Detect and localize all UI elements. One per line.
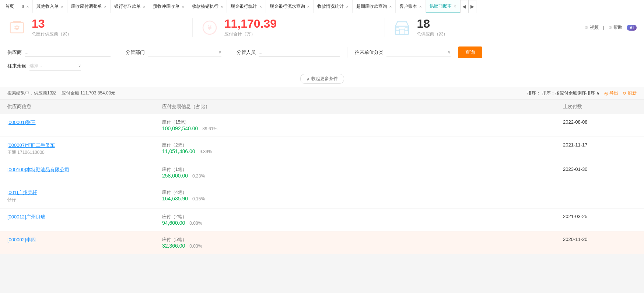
dept-filter-label: 分管部门 — [126, 49, 145, 56]
tab-close-icon[interactable]: × — [259, 4, 262, 9]
nav-tab-customer-account[interactable]: 客户账本 × — [396, 0, 426, 13]
stat-info-amount: 11,170.39 应付合计（万） — [224, 18, 277, 37]
stat-block-total-suppliers: 18 总供应商（家） — [392, 18, 577, 37]
collapse-button[interactable]: ∧ 收起更多条件 — [300, 74, 344, 84]
help-link[interactable]: ⊙ 帮助 — [609, 24, 622, 31]
tab-close-icon[interactable]: × — [389, 4, 392, 9]
trans-amount[interactable]: 164,635.90 — [162, 196, 188, 201]
supplier-info-col: [000001]张三 — [7, 119, 162, 126]
nav-tab-bank-deposit[interactable]: 银行存取款单 × — [111, 0, 149, 13]
tab-close-icon[interactable]: × — [182, 4, 184, 9]
supplier-sub: 王通 17106110000 — [7, 149, 162, 156]
nav-next-arrow[interactable]: ▶ — [468, 0, 476, 13]
supplier-link[interactable]: [000100]本特勤油品有限公司 — [7, 167, 69, 172]
supplier-filter-label: 供应商 — [7, 49, 22, 56]
nav-tab-home[interactable]: 首页 — [1, 0, 18, 13]
sort-selector[interactable]: 排序： 排序：按应付余额倒序排序 ∨ — [527, 90, 600, 96]
nav-tab-advance-collection[interactable]: 预收冲应收单 × — [149, 0, 188, 13]
last-pay-date: 2022-08-08 — [563, 119, 588, 125]
supplier-link[interactable]: [000002]李四 — [7, 237, 36, 242]
sort-dropdown-arrow: ∨ — [596, 91, 600, 96]
tab-close-icon[interactable]: × — [27, 4, 29, 9]
trans-amount[interactable]: 258,000.00 — [162, 173, 188, 179]
tab-close-icon[interactable]: × — [307, 4, 309, 9]
last-pay-date: 2021-11-17 — [563, 142, 588, 148]
video-link[interactable]: ⊙ 视频 — [585, 24, 598, 31]
supplier-link[interactable]: [000001]张三 — [7, 120, 36, 125]
svg-rect-5 — [400, 29, 404, 34]
last-pay-col: 2023-01-30 — [563, 166, 637, 172]
supplier-link[interactable]: [001]广州荣轩 — [7, 190, 37, 195]
trans-amount[interactable]: 94,600.00 — [162, 220, 185, 226]
tab-close-icon[interactable]: × — [419, 4, 421, 9]
dept-filter-select[interactable]: ∨ — [148, 48, 221, 56]
supplier-info-col: [000012]广州贝瑞 — [7, 214, 162, 220]
supplier-filter-input[interactable] — [25, 48, 111, 57]
nav-prev-arrow[interactable]: ◀ — [460, 0, 468, 13]
trans-percent: 0.23% — [192, 173, 205, 179]
balance-filter-select[interactable]: 选择... ∨ — [29, 61, 81, 71]
nav-tab-receipt-verification[interactable]: 收款核销执行 × — [188, 0, 227, 13]
trans-amount[interactable]: 32,366.00 — [162, 243, 185, 249]
nav-tab-cash-bank-flow[interactable]: 现金银行流水查询 × — [266, 0, 314, 13]
stat-block-suppliers: 13 总应付供应商（家） — [7, 18, 193, 37]
trans-amount[interactable]: 100,092,540.00 — [162, 125, 198, 131]
last-pay-col: 2021-11-17 — [563, 142, 637, 148]
svg-rect-6 — [396, 28, 399, 31]
filter-area: 供应商 分管部门 ∨ 分管人员 往来单位分类 ∨ 查询 — [0, 42, 644, 87]
toolbar-actions: 排序： 排序：按应付余额倒序排序 ∨ ◎ 导出 ↺ 刷新 — [527, 90, 637, 96]
person-filter-input[interactable] — [259, 48, 340, 57]
filter-row-2: 往来余额 选择... ∨ — [7, 61, 637, 71]
nav-tab-collection-stats[interactable]: 收款情况统计 × — [314, 0, 352, 13]
ai-badge[interactable]: Ai — [627, 25, 637, 31]
refresh-button[interactable]: ↺ 刷新 — [623, 90, 637, 96]
trans-label: 应付（4笔） — [162, 189, 563, 196]
supplier-link[interactable]: [000012]广州贝瑞 — [7, 214, 45, 220]
nav-tab-other-income[interactable]: 其他收入单 × — [33, 0, 67, 13]
nav-tab-ar-ap-adjust[interactable]: 应收应付调整单 × — [67, 0, 111, 13]
trans-label: 应付（15笔） — [162, 119, 563, 125]
stat-block-amount: ¥ 11,170.39 应付合计（万） — [200, 18, 385, 37]
filter-item-category: 往来单位分类 ∨ — [355, 48, 451, 56]
nav-tab-overdue-ar[interactable]: 超期应收款查询 × — [353, 0, 396, 13]
toolbar-result-info: 搜索结果中，供应商13家 应付金额 111,703,854.00元 — [7, 90, 115, 96]
transaction-info-col: 应付（4笔） 164,635.90 0.15% — [162, 189, 563, 201]
svg-text:¥: ¥ — [207, 23, 212, 31]
transaction-info-col: 应付（2笔） 94,600.00 0.08% — [162, 214, 563, 226]
balance-dropdown-arrow: ∨ — [78, 63, 81, 68]
trans-label: 应付（1笔） — [162, 166, 563, 173]
export-icon: ◎ — [604, 91, 608, 96]
search-button[interactable]: 查询 — [458, 46, 482, 58]
nav-tab-3[interactable]: 3 × — [18, 0, 33, 13]
tab-close-icon[interactable]: × — [221, 4, 223, 9]
tab-close-icon[interactable]: × — [143, 4, 145, 9]
table-row: [000001]张三 应付（15笔） 100,092,540.00 89.61%… — [0, 114, 644, 137]
trans-percent: 0.08% — [189, 221, 202, 226]
last-pay-col: 2022-08-08 — [563, 119, 637, 125]
nav-tab-supplier-account[interactable]: 供应商账本 × — [426, 0, 460, 13]
supplier-icon — [7, 18, 27, 37]
category-filter-select[interactable]: ∨ — [386, 48, 451, 56]
supplier-info-col: [001]广州荣轩 仔仔 — [7, 189, 162, 203]
export-button[interactable]: ◎ 导出 — [604, 90, 618, 96]
tab-close-icon[interactable]: × — [454, 4, 456, 8]
svg-rect-0 — [10, 23, 24, 33]
category-dropdown-arrow: ∨ — [448, 50, 451, 55]
supplier-info-col: [000100]本特勤油品有限公司 — [7, 166, 162, 173]
supplier-link[interactable]: [000007]恒旺二手叉车 — [7, 142, 55, 148]
person-filter-label: 分管人员 — [237, 49, 256, 56]
filter-item-person: 分管人员 — [237, 48, 340, 57]
balance-filter-label: 往来余额 — [7, 63, 27, 69]
table-row: [000002]李四 应付（5笔） 32,366.00 0.03% 2020-1… — [0, 231, 644, 254]
col-header-transaction: 应付交易信息（占比） — [162, 103, 563, 110]
tab-close-icon[interactable]: × — [346, 4, 348, 9]
filter-row-1: 供应商 分管部门 ∨ 分管人员 往来单位分类 ∨ 查询 — [7, 46, 637, 58]
nav-tab-cash-bank-stats[interactable]: 现金银行统计 × — [227, 0, 266, 13]
store-icon — [392, 18, 412, 37]
trans-amount[interactable]: 11,051,486.00 — [162, 148, 195, 154]
supplier-sub: 仔仔 — [7, 197, 162, 203]
tab-close-icon[interactable]: × — [104, 4, 106, 9]
transaction-info-col: 应付（2笔） 11,051,486.00 9.89% — [162, 142, 563, 154]
tab-close-icon[interactable]: × — [61, 4, 63, 9]
last-pay-col: 2020-11-20 — [563, 237, 637, 242]
